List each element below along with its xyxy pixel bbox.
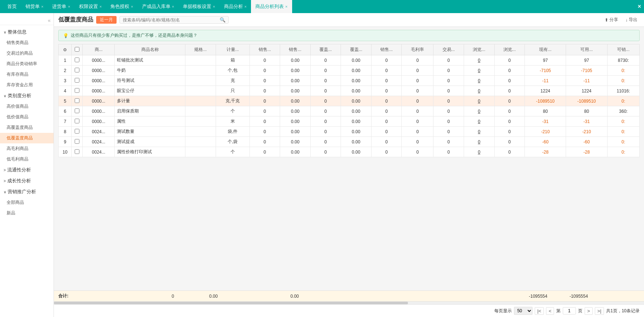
th-code[interactable]: 商... [83, 44, 115, 55]
sidebar-item-low-margin[interactable]: 低毛利商品 [0, 154, 54, 165]
nav-tab-sales[interactable]: 销货单 × [21, 0, 48, 13]
table-area[interactable]: ⚙ 商... 商品名称 规格... 计量... 销售... 销售... 覆盖..… [54, 44, 644, 290]
sidebar-item-traded-goods[interactable]: 交易过的商品 [0, 48, 54, 59]
close-all-button[interactable]: × [638, 3, 641, 10]
prev-page-button[interactable]: < [546, 307, 554, 315]
close-icon[interactable]: × [99, 4, 102, 9]
sidebar-item-low-coverage[interactable]: 低覆盖度商品 [0, 133, 54, 143]
close-icon[interactable]: × [131, 4, 133, 9]
time-filter-button[interactable]: 近一月 [96, 16, 117, 24]
nav-tab-analysis-list[interactable]: 商品分析列表 × [251, 0, 292, 13]
close-icon[interactable]: × [213, 4, 215, 9]
row-gross-margin: 0 [402, 127, 433, 137]
row-browse1[interactable]: 0 [464, 86, 494, 96]
sidebar-item-stock-capital[interactable]: 库存资金占用 [0, 80, 54, 90]
table-row[interactable]: 8 0024... 测试数量 袋,件 0 0.00 0 0.00 0 0 0 0… [59, 127, 640, 137]
row-checkbox[interactable] [72, 86, 83, 96]
table-row[interactable]: 4 0000... 眼宝公仔 只 0 0.00 0 0.00 0 0 0 0 0… [59, 86, 640, 96]
sidebar-item-low-value[interactable]: 低价值商品 [0, 112, 54, 122]
sidebar-item-high-coverage[interactable]: 高覆盖度商品 [0, 122, 54, 133]
last-page-button[interactable]: >| [595, 307, 604, 315]
row-checkbox[interactable] [72, 96, 83, 106]
sidebar-section-overall[interactable]: ∨ 整体信息 [0, 27, 54, 37]
table-row[interactable]: 2 0000... 牛奶 个,包 0 0.00 0 0.00 0 0 0 0 0… [59, 66, 640, 76]
search-icon[interactable]: 🔍 [220, 17, 225, 23]
th-sales-amt[interactable]: 销售... [280, 44, 311, 55]
sidebar-item-new-goods[interactable]: 新品 [0, 208, 54, 218]
sidebar-section-category[interactable]: ∨ 类别度分析 [0, 90, 54, 101]
nav-tab-template[interactable]: 单据模板设置 × [178, 0, 219, 13]
close-icon[interactable]: × [285, 4, 287, 9]
row-browse1[interactable]: 0 [464, 116, 494, 127]
th-trade[interactable]: 交易... [433, 44, 464, 55]
next-page-button[interactable]: > [585, 307, 593, 315]
table-row[interactable]: 6 0000... 启用保质期 个 0 0.00 0 0.00 0 0 0 0 … [59, 106, 640, 116]
row-browse1[interactable]: 0 [464, 96, 494, 106]
nav-tab-home[interactable]: 首页 [3, 0, 21, 13]
sidebar-section-liquidity[interactable]: > 流通性分析 [0, 165, 54, 175]
row-checkbox[interactable] [72, 147, 83, 157]
sidebar-item-high-margin[interactable]: 高毛利商品 [0, 143, 54, 154]
th-name[interactable]: 商品名称 [115, 44, 185, 55]
select-all-checkbox[interactable] [75, 47, 79, 52]
sidebar-section-marketing[interactable]: ∨ 营销推广分析 [0, 186, 54, 197]
close-icon[interactable]: × [172, 4, 174, 9]
row-browse1[interactable]: 0 [464, 76, 494, 86]
row-checkbox[interactable] [72, 116, 83, 127]
sidebar-section-growth[interactable]: > 成长性分析 [0, 175, 54, 186]
table-row[interactable]: 10 0024... 属性价格打印测试 个 0 0.00 0 0.00 0 0 … [59, 147, 640, 157]
table-row[interactable]: 7 0000... 属性 米 0 0.00 0 0.00 0 0 0 0 0 -… [59, 116, 640, 127]
nav-tab-permissions[interactable]: 权限设置 × [75, 0, 106, 13]
sidebar-item-stocked-goods[interactable]: 有库存商品 [0, 69, 54, 80]
table-row[interactable]: 3 0000... 符号测试 克 0 0.00 0 0.00 0 0 0 0 0… [59, 76, 640, 86]
row-browse1[interactable]: 0 [464, 147, 494, 157]
close-icon[interactable]: × [68, 4, 70, 9]
sidebar-item-category-rate[interactable]: 商品分类动销率 [0, 59, 54, 69]
th-unit[interactable]: 计量... [216, 44, 250, 55]
row-browse1[interactable]: 0 [464, 66, 494, 76]
th-sales-qty[interactable]: 销售... [250, 44, 280, 55]
nav-tab-warehouse[interactable]: 产成品入库单 × [138, 0, 178, 13]
settings-icon[interactable]: ⚙ [63, 47, 67, 52]
share-button[interactable]: ⬆ 分享 [602, 16, 620, 24]
th-sales-count[interactable]: 销售... [371, 44, 402, 55]
th-settings[interactable]: ⚙ [59, 44, 72, 55]
th-spec[interactable]: 规格... [185, 44, 216, 55]
th-stock-now[interactable]: 现有... [525, 44, 566, 55]
sidebar-item-sales-goods[interactable]: 销售类商品 [0, 37, 54, 48]
close-icon[interactable]: × [41, 4, 43, 9]
row-trade: 0 [433, 106, 464, 116]
row-browse1[interactable]: 0 [464, 127, 494, 137]
sidebar-item-all-goods[interactable]: 全部商品 [0, 197, 54, 208]
table-row[interactable]: 1 0000... 旺铺批次测试 箱 0 0.00 0 0.00 0 0 0 0… [59, 55, 640, 66]
search-input[interactable] [123, 17, 220, 23]
export-button[interactable]: ↓ 导出 [623, 16, 640, 24]
row-checkbox[interactable] [72, 127, 83, 137]
th-cover2[interactable]: 覆盖... [341, 44, 372, 55]
th-gross-margin[interactable]: 毛利率 [402, 44, 433, 55]
row-checkbox[interactable] [72, 76, 83, 86]
th-cover1[interactable]: 覆盖... [310, 44, 341, 55]
row-browse1[interactable]: 0 [464, 55, 494, 66]
table-row[interactable]: 9 0024... 测试提成 个,袋 0 0.00 0 0.00 0 0 0 0… [59, 137, 640, 147]
nav-tab-analysis[interactable]: 商品分析 × [220, 0, 251, 13]
th-stock-sale[interactable]: 可销... [607, 44, 639, 55]
row-checkbox[interactable] [72, 137, 83, 147]
nav-tab-role[interactable]: 角色授权 × [106, 0, 137, 13]
close-icon[interactable]: × [244, 4, 247, 9]
page-number-input[interactable] [563, 307, 576, 314]
table-row[interactable]: 5 0000... 多计量 克,千克 0 0.00 0 0.00 0 0 0 0… [59, 96, 640, 106]
row-checkbox[interactable] [72, 66, 83, 76]
row-browse1[interactable]: 0 [464, 106, 494, 116]
th-browse1[interactable]: 浏览... [464, 44, 494, 55]
row-checkbox[interactable] [72, 55, 83, 66]
first-page-button[interactable]: |< [535, 307, 544, 315]
th-browse2[interactable]: 浏览... [494, 44, 525, 55]
row-browse1[interactable]: 0 [464, 137, 494, 147]
sidebar-item-high-value[interactable]: 高价值商品 [0, 101, 54, 112]
sidebar-collapse-btn[interactable]: « [48, 17, 51, 23]
per-page-select[interactable]: 50 100 200 [514, 307, 533, 315]
th-stock-avail[interactable]: 可用... [566, 44, 607, 55]
nav-tab-purchase[interactable]: 进货单 × [48, 0, 74, 13]
row-checkbox[interactable] [72, 106, 83, 116]
